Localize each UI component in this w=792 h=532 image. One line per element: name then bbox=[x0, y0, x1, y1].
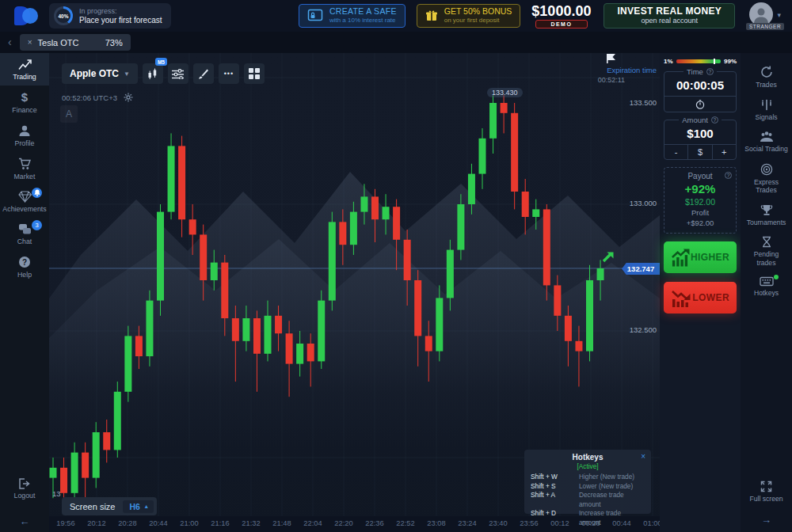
close-icon[interactable]: × bbox=[28, 38, 32, 47]
timer-mode-button[interactable] bbox=[664, 97, 736, 112]
higher-button[interactable]: HIGHER bbox=[664, 241, 737, 273]
hotkey-row: Shift + SLower (New trade) bbox=[531, 482, 645, 492]
lower-button[interactable]: LOWER bbox=[664, 282, 737, 314]
full-screen-button[interactable]: Full screen bbox=[749, 479, 782, 505]
candle-body bbox=[71, 453, 78, 493]
sidebar-item-tournaments[interactable]: Tournaments bbox=[741, 200, 792, 232]
candle-body bbox=[221, 263, 228, 318]
amount-increase-button[interactable]: + bbox=[712, 145, 736, 159]
annotation-watermark: A bbox=[60, 105, 78, 123]
candle-body bbox=[114, 392, 121, 450]
sidebar-item-label: Profile bbox=[15, 139, 35, 147]
candlestick-chart[interactable] bbox=[49, 53, 660, 516]
symbol-selector[interactable]: Apple OTC ▼ bbox=[62, 63, 138, 84]
candle-body bbox=[383, 207, 390, 219]
candle-body bbox=[178, 146, 185, 219]
invest-real-money-button[interactable]: INVEST REAL MONEY open real account bbox=[604, 3, 735, 28]
gear-icon[interactable] bbox=[124, 93, 133, 102]
indicators-button[interactable] bbox=[168, 63, 188, 84]
sidebar-item-label: Express Trades bbox=[748, 178, 785, 195]
tab-symbol: Tesla OTC bbox=[38, 38, 79, 48]
sidebar-item-help[interactable]: ? Help bbox=[0, 250, 49, 283]
sidebar-item-signals[interactable]: Signals bbox=[741, 94, 792, 127]
gauge-marker bbox=[714, 59, 715, 64]
user-menu[interactable]: STRANGER ▾ bbox=[746, 2, 781, 30]
active-status-dot bbox=[774, 275, 779, 279]
screen-size-value[interactable]: H6▴ bbox=[123, 500, 154, 513]
help-icon[interactable]: ? bbox=[711, 116, 718, 124]
account-balance[interactable]: $1000.00 DEMO bbox=[531, 4, 591, 28]
chart-clock-row: 00:52:06 UTC+3 bbox=[62, 93, 133, 102]
amount-decrease-button[interactable]: - bbox=[664, 145, 687, 159]
tabs-back-chevron[interactable]: ‹ bbox=[8, 36, 12, 48]
sidebar-item-trades[interactable]: Trades bbox=[741, 61, 792, 94]
sidebar-item-hotkeys[interactable]: Hotkeys bbox=[741, 272, 792, 302]
sidebar-item-market[interactable]: Market bbox=[0, 152, 49, 185]
sidebar-item-trading[interactable]: Trading bbox=[0, 53, 49, 86]
chart-type-button[interactable]: M5 bbox=[143, 63, 163, 84]
bonus-button[interactable]: GET 50% BONUSon your first deposit bbox=[417, 4, 521, 28]
header: 40% In progress: Place your first foreca… bbox=[0, 0, 792, 32]
chart-area[interactable]: Apple OTC ▼ M5 ••• 00:52:06 UTC+3 A Expi… bbox=[49, 53, 660, 532]
screen-size-control[interactable]: Screen size H6▴ bbox=[62, 497, 157, 515]
time-field[interactable]: Time? 00:00:05 bbox=[664, 71, 737, 112]
candle-body bbox=[146, 301, 153, 356]
candle-body bbox=[103, 432, 110, 450]
payout-info: Payout ? +92% $192.00 Profit +$92.00 bbox=[664, 167, 737, 234]
amount-field[interactable]: Amount? $100 - $ + bbox=[664, 120, 737, 160]
create-safe-subtitle: with a 10% interest rate bbox=[329, 16, 397, 25]
trade-panel: 1% 99% Time? 00:00:05 Amount? $100 - $ +… bbox=[660, 53, 741, 532]
expand-right-arrow[interactable]: → bbox=[761, 514, 771, 529]
layout-grid-button[interactable] bbox=[244, 63, 265, 84]
candle-body bbox=[447, 250, 454, 298]
candle-body bbox=[82, 453, 89, 478]
time-axis-label: 21:32 bbox=[242, 519, 260, 527]
gift-icon bbox=[425, 10, 438, 22]
candle-body bbox=[425, 336, 432, 351]
balance-amount: $1000.00 bbox=[531, 4, 591, 19]
collapse-left-arrow[interactable]: ← bbox=[20, 515, 30, 527]
sidebar-item-pending-trades[interactable]: Pending trades bbox=[741, 231, 792, 272]
help-icon[interactable]: ? bbox=[706, 68, 714, 75]
chevron-down-icon: ▼ bbox=[124, 70, 130, 78]
candle-body bbox=[211, 263, 218, 280]
more-tools-button[interactable]: ••• bbox=[219, 63, 239, 84]
sidebar-item-logout[interactable]: Logout bbox=[14, 475, 36, 503]
sidebar-item-achievements[interactable]: Achievements bbox=[0, 185, 49, 218]
asset-tab-tesla-otc[interactable]: × Tesla OTC 73% bbox=[20, 34, 131, 51]
sidebar-item-label: Achievements bbox=[2, 205, 46, 213]
time-field-value[interactable]: 00:00:05 bbox=[664, 76, 736, 96]
user-name-badge: STRANGER bbox=[746, 23, 784, 30]
hotkey-action: Increase trade amount bbox=[579, 509, 645, 527]
time-axis-label: 22:52 bbox=[396, 519, 414, 527]
candle-body bbox=[468, 174, 475, 204]
time-axis-label: 21:16 bbox=[211, 519, 229, 527]
candle-body bbox=[360, 196, 367, 211]
amount-field-value[interactable]: $100 bbox=[664, 124, 736, 144]
sidebar-item-label: Trading bbox=[13, 73, 36, 81]
sidebar-item-profile[interactable]: Profile bbox=[0, 119, 49, 152]
create-safe-title: CREATE A SAFE bbox=[329, 6, 397, 16]
demo-badge: DEMO bbox=[535, 20, 588, 28]
close-icon[interactable]: × bbox=[641, 452, 645, 461]
sidebar-item-finance[interactable]: $ Finance bbox=[0, 86, 49, 119]
create-safe-button[interactable]: CREATE A SAFEwith a 10% interest rate bbox=[299, 4, 406, 28]
higher-button-label: HIGHER bbox=[691, 252, 729, 263]
tab-payout-percent: 73% bbox=[105, 38, 123, 48]
sidebar-item-social-trading[interactable]: Social Trading bbox=[741, 126, 792, 158]
amount-currency-button[interactable]: $ bbox=[687, 145, 711, 159]
candle-body bbox=[232, 318, 239, 341]
app-logo-icon[interactable] bbox=[13, 6, 41, 26]
logout-icon bbox=[18, 478, 31, 489]
candle-body bbox=[457, 204, 464, 250]
time-axis-label: 20:44 bbox=[149, 519, 167, 527]
candle-body bbox=[575, 341, 582, 352]
onboarding-progress-pill[interactable]: 40% In progress: Place your first foreca… bbox=[49, 3, 171, 28]
sidebar-item-label: Signals bbox=[755, 113, 777, 122]
sidebar-item-chat[interactable]: 3 Chat bbox=[0, 218, 49, 250]
hotkey-row: Shift + ADecrease trade amount bbox=[531, 491, 645, 509]
timer-icon bbox=[695, 100, 705, 109]
sidebar-item-express-trades[interactable]: Express Trades bbox=[741, 158, 792, 200]
drawing-tools-button[interactable] bbox=[193, 63, 214, 84]
cart-icon bbox=[18, 158, 32, 170]
